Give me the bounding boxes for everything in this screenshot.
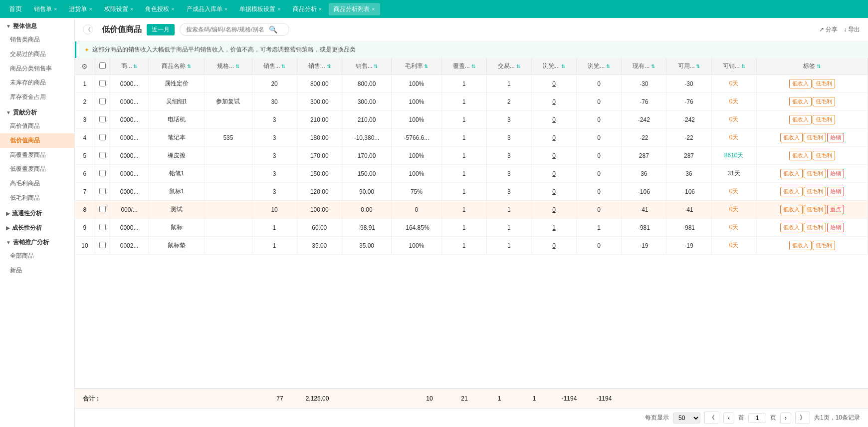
sidebar-item-high-margin[interactable]: 高毛利商品 (0, 176, 74, 191)
nav-tab-sales[interactable]: 销售单 × (29, 3, 62, 15)
browse-link[interactable]: 0 (552, 152, 556, 159)
share-btn[interactable]: ↗ 分享 (819, 25, 838, 34)
prev-page-btn[interactable]: ‹ (723, 413, 734, 424)
nav-close-sales[interactable]: × (54, 6, 57, 12)
cell-checkbox[interactable] (95, 93, 110, 111)
filter-recent-month-btn[interactable]: 近一月 (147, 24, 175, 35)
sidebar-section-overall[interactable]: ▼ 整体信息 (0, 18, 74, 32)
cell-checkbox[interactable] (95, 111, 110, 129)
nav-tab-perms[interactable]: 权限设置 × (99, 3, 138, 15)
collapse-sidebar-btn[interactable]: 《 (83, 24, 93, 34)
th-stock[interactable]: 现有... ⇅ (622, 58, 666, 75)
sidebar-item-all-products[interactable]: 全部商品 (0, 249, 74, 263)
nav-close-roles[interactable]: × (171, 6, 174, 12)
row-checkbox[interactable] (99, 170, 106, 176)
browse-link[interactable]: 0 (552, 242, 556, 249)
th-days[interactable]: 可销... ⇅ (711, 58, 756, 75)
sidebar-item-new-products[interactable]: 新品 (0, 263, 74, 278)
th-avail[interactable]: 可用... ⇅ (666, 58, 711, 75)
cell-checkbox[interactable] (95, 183, 110, 201)
row-checkbox[interactable] (99, 152, 106, 158)
nav-tab-analysis[interactable]: 商品分析 × (288, 3, 327, 15)
nav-home[interactable]: 首页 (4, 2, 27, 15)
row-checkbox[interactable] (99, 224, 106, 230)
first-page-btn[interactable]: 《 (704, 412, 719, 424)
nav-close-template[interactable]: × (277, 6, 280, 12)
browse-link[interactable]: 1 (552, 224, 556, 231)
th-coverage[interactable]: 覆盖... ⇅ (441, 58, 486, 75)
cell-checkbox[interactable] (95, 75, 110, 93)
th-spec[interactable]: 规格... ⇅ (205, 58, 252, 75)
page-number-input[interactable] (748, 413, 766, 423)
nav-tab-purchase[interactable]: 进货单 × (64, 3, 97, 15)
row-checkbox[interactable] (99, 134, 106, 140)
th-sale-amount1[interactable]: 销售... ⇅ (297, 58, 342, 75)
nav-tab-analysis-list[interactable]: 商品分析列表 × (329, 3, 380, 15)
sidebar-item-high-coverage[interactable]: 高覆盖度商品 (0, 148, 74, 162)
th-checkbox[interactable] (95, 58, 110, 75)
browse-link[interactable]: 0 (552, 116, 556, 123)
sidebar-item-low-coverage[interactable]: 低覆盖度商品 (0, 162, 74, 176)
per-page-select[interactable]: 50 20 100 (673, 413, 700, 424)
browse-link[interactable]: 0 (552, 134, 556, 141)
nav-tab-product-in[interactable]: 产成品入库单 × (182, 3, 232, 15)
th-gross[interactable]: 毛利率 ⇅ (392, 58, 441, 75)
browse-link[interactable]: 0 (552, 80, 556, 87)
cell-checkbox[interactable] (95, 219, 110, 237)
row-checkbox[interactable] (99, 80, 106, 86)
sidebar-item-traded[interactable]: 交易过的商品 (0, 47, 74, 61)
sidebar-section-contribution[interactable]: ▼ 贡献分析 (0, 104, 74, 119)
export-btn[interactable]: ↓ 导出 (844, 25, 860, 34)
browse-link[interactable]: 0 (552, 206, 556, 213)
cell-tags: 低收入低毛利热销 (756, 183, 868, 201)
row-checkbox[interactable] (99, 98, 106, 104)
nav-close-purchase[interactable]: × (89, 6, 92, 12)
sidebar-item-no-stock[interactable]: 未库存的商品 (0, 75, 74, 90)
th-browse2[interactable]: 浏览... ⇅ (577, 58, 622, 75)
sidebar-item-sales-category[interactable]: 销售类商品 (0, 32, 74, 47)
cell-checkbox[interactable] (95, 201, 110, 219)
next-page-btn[interactable]: › (780, 413, 791, 424)
sidebar-item-category-rate[interactable]: 商品分类销售率 (0, 61, 74, 76)
nav-close-product-in[interactable]: × (224, 6, 227, 12)
sidebar-section-circulation[interactable]: ▶ 流通性分析 (0, 205, 74, 220)
browse-link[interactable]: 0 (552, 188, 556, 195)
sidebar-item-low-value[interactable]: 低价值商品 (0, 133, 74, 148)
browse-link[interactable]: 0 (552, 98, 556, 105)
cell-checkbox[interactable] (95, 147, 110, 165)
cell-coverage: 1 (441, 75, 486, 93)
th-sale-qty[interactable]: 销售... ⇅ (252, 58, 297, 75)
th-sale-amount2[interactable]: 销售... ⇅ (342, 58, 391, 75)
sidebar-item-high-value[interactable]: 高价值商品 (0, 119, 74, 133)
nav-close-analysis-list[interactable]: × (372, 6, 375, 12)
th-trade[interactable]: 交易... ⇅ (486, 58, 531, 75)
settings-icon[interactable]: ⚙ (81, 62, 88, 70)
sidebar-item-low-margin[interactable]: 低毛利商品 (0, 191, 74, 205)
th-no[interactable]: 商... ⇅ (110, 58, 149, 75)
row-checkbox[interactable] (99, 116, 106, 122)
sidebar-section-marketing[interactable]: ▼ 营销推广分析 (0, 234, 74, 249)
sidebar-section-growth[interactable]: ▶ 成长性分析 (0, 220, 74, 234)
search-icon[interactable]: 🔍 (269, 25, 277, 33)
nav-tab-roles[interactable]: 角色授权 × (140, 3, 179, 15)
cell-checkbox[interactable] (95, 165, 110, 183)
row-checkbox[interactable] (99, 206, 106, 212)
cell-no: 9 (75, 219, 95, 237)
cell-checkbox[interactable] (95, 129, 110, 147)
total-info: 共1页，10条记录 (814, 414, 860, 422)
th-tags[interactable]: 标签 ⇅ (756, 58, 868, 75)
search-input[interactable] (186, 26, 266, 33)
nav-close-perms[interactable]: × (130, 6, 133, 12)
th-name[interactable]: 商品名称 ⇅ (149, 58, 205, 75)
browse-link[interactable]: 0 (552, 170, 556, 177)
row-checkbox[interactable] (99, 188, 106, 194)
row-checkbox[interactable] (99, 242, 106, 248)
nav-close-analysis[interactable]: × (319, 6, 322, 12)
th-browse1[interactable]: 浏览... ⇅ (531, 58, 576, 75)
last-page-btn[interactable]: 》 (795, 412, 810, 424)
nav-tab-template[interactable]: 单据模板设置 × (234, 3, 285, 15)
sidebar-item-stock-fund[interactable]: 库存资金占用 (0, 90, 74, 104)
th-settings[interactable]: ⚙ (75, 58, 95, 75)
cell-checkbox[interactable] (95, 237, 110, 255)
select-all-checkbox[interactable] (99, 62, 106, 69)
